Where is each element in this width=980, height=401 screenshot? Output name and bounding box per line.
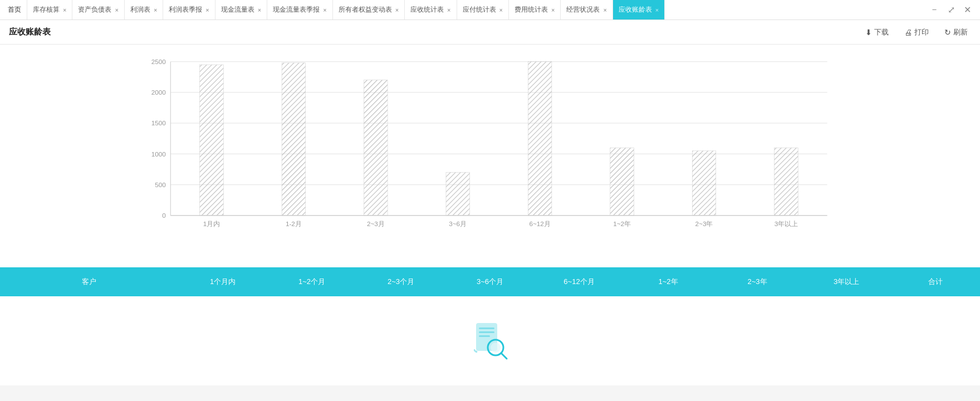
- y-label-0: 0: [162, 212, 166, 219]
- tab-close-profit-quarterly[interactable]: ×: [205, 7, 209, 13]
- y-label-2000: 2000: [151, 89, 166, 96]
- y-label-2500: 2500: [151, 58, 166, 65]
- page-title: 应收账龄表: [9, 27, 51, 37]
- empty-icon: [468, 319, 512, 363]
- tab-close-inventory[interactable]: ×: [63, 7, 66, 13]
- x-label-6: 2~3年: [695, 220, 713, 227]
- tab-close-ar-aging[interactable]: ×: [655, 7, 659, 13]
- print-label: 打印: [914, 27, 929, 37]
- x-label-1: 1-2月: [286, 220, 302, 227]
- y-label-500: 500: [155, 181, 166, 188]
- table-header: 客户1个月内1~2个月2~3个月3~6个月6~12个月1~2年2~3年3年以上合…: [0, 267, 980, 296]
- minimize-button[interactable]: －: [928, 3, 941, 17]
- bar-7: [775, 148, 798, 216]
- svg-rect-4: [479, 335, 490, 337]
- bar-2: [364, 80, 388, 216]
- th-0: 客户: [0, 267, 178, 296]
- window-controls: － ⤢ ✕: [923, 3, 978, 17]
- th-9: 合计: [891, 267, 980, 296]
- th-1: 1个月内: [178, 267, 267, 296]
- y-label-1500: 1500: [151, 119, 166, 126]
- download-button[interactable]: ⬇下载: [862, 25, 892, 40]
- tab-balance-sheet[interactable]: 资产负债表×: [72, 0, 124, 20]
- tab-profit[interactable]: 利润表×: [125, 0, 163, 20]
- x-label-5: 1~2年: [613, 220, 631, 227]
- tab-close-ap-stats[interactable]: ×: [499, 7, 503, 13]
- bar-4: [528, 62, 552, 216]
- tab-ap-stats[interactable]: 应付统计表×: [457, 0, 509, 20]
- refresh-icon: ↻: [944, 28, 951, 37]
- refresh-button[interactable]: ↻刷新: [941, 25, 971, 40]
- th-7: 2~3年: [713, 267, 802, 296]
- th-2: 1~2个月: [267, 267, 356, 296]
- chart-area: 050010001500200025001月内1-2月2~3月3~6月6~12月…: [0, 45, 980, 267]
- th-3: 2~3个月: [356, 267, 445, 296]
- svg-rect-2: [479, 327, 494, 329]
- bar-3: [446, 173, 470, 216]
- main-content: 050010001500200025001月内1-2月2~3月3~6月6~12月…: [0, 45, 980, 385]
- bar-6: [692, 151, 716, 216]
- th-8: 3年以上: [802, 267, 891, 296]
- svg-rect-3: [479, 331, 494, 333]
- tab-ar-stats[interactable]: 应收统计表×: [405, 0, 457, 20]
- tab-home[interactable]: 首页: [2, 0, 27, 20]
- close-button[interactable]: ✕: [962, 3, 973, 16]
- print-icon: 🖨: [904, 28, 912, 37]
- tab-close-cashflow-quarterly[interactable]: ×: [323, 7, 326, 13]
- bar-5: [610, 148, 634, 216]
- tab-operations[interactable]: 经营状况表×: [561, 0, 612, 20]
- y-label-1000: 1000: [151, 150, 166, 158]
- print-button[interactable]: 🖨打印: [901, 25, 932, 40]
- chart-svg: 050010001500200025001月内1-2月2~3月3~6月6~12月…: [22, 56, 958, 245]
- x-label-0: 1月内: [203, 220, 220, 227]
- th-5: 6~12个月: [535, 267, 624, 296]
- bar-1: [282, 63, 306, 216]
- download-icon: ⬇: [865, 28, 872, 37]
- tab-inventory[interactable]: 库存核算×: [27, 0, 72, 20]
- tab-close-balance-sheet[interactable]: ×: [115, 7, 118, 13]
- tab-close-equity[interactable]: ×: [395, 7, 399, 13]
- header-actions: ⬇下载🖨打印↻刷新: [862, 25, 971, 40]
- svg-point-6: [491, 343, 501, 353]
- tab-close-operations[interactable]: ×: [603, 7, 606, 13]
- x-label-2: 2~3月: [367, 220, 385, 227]
- tab-close-cashflow[interactable]: ×: [258, 7, 261, 13]
- x-label-7: 3年以上: [775, 220, 798, 227]
- tab-close-profit[interactable]: ×: [154, 7, 157, 13]
- svg-line-7: [501, 353, 507, 359]
- th-4: 3~6个月: [445, 267, 535, 296]
- tab-close-expense-stats[interactable]: ×: [551, 7, 555, 13]
- maximize-button[interactable]: ⤢: [945, 3, 957, 16]
- empty-state: [0, 296, 980, 385]
- tab-expense-stats[interactable]: 费用统计表×: [509, 0, 561, 20]
- x-label-3: 3~6月: [449, 220, 467, 227]
- tab-cashflow-quarterly[interactable]: 现金流量表季报×: [267, 0, 332, 20]
- tab-bar: 首页库存核算×资产负债表×利润表×利润表季报×现金流量表×现金流量表季报×所有者…: [0, 0, 980, 20]
- page-header: 应收账龄表 ⬇下载🖨打印↻刷新: [0, 20, 980, 45]
- tab-close-ar-stats[interactable]: ×: [447, 7, 450, 13]
- x-label-4: 6~12月: [530, 220, 551, 227]
- chart-container: 050010001500200025001月内1-2月2~3月3~6月6~12月…: [22, 56, 958, 245]
- tab-cashflow[interactable]: 现金流量表×: [215, 0, 267, 20]
- tab-equity[interactable]: 所有者权益变动表×: [333, 0, 405, 20]
- tab-profit-quarterly[interactable]: 利润表季报×: [163, 0, 215, 20]
- tab-ar-aging[interactable]: 应收账龄表×: [613, 0, 665, 20]
- download-label: 下载: [874, 27, 889, 37]
- bar-0: [200, 65, 224, 216]
- th-6: 1~2年: [624, 267, 713, 296]
- refresh-label: 刷新: [953, 27, 968, 37]
